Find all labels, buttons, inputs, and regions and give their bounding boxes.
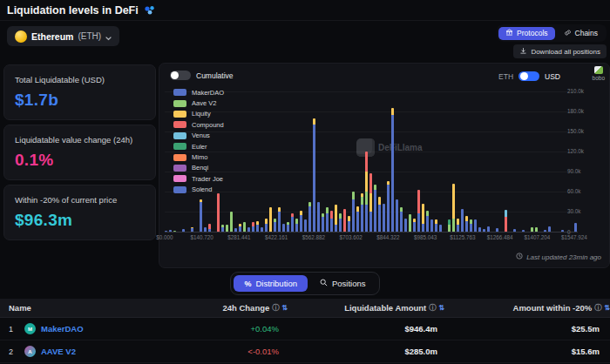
chart-bar[interactable] bbox=[226, 225, 228, 232]
sort-icon[interactable]: ⇅ bbox=[281, 304, 288, 312]
chart-bar[interactable] bbox=[430, 219, 433, 232]
chart-bar[interactable] bbox=[413, 219, 416, 232]
chart-bar[interactable] bbox=[365, 152, 368, 232]
chart-bar[interactable] bbox=[343, 209, 346, 232]
chart-bar[interactable] bbox=[348, 216, 350, 232]
chart-bar[interactable] bbox=[356, 206, 359, 232]
currency-toggle[interactable]: ETH USD bbox=[498, 71, 560, 81]
protocol-link[interactable]: MakerDAO bbox=[41, 324, 84, 334]
legend-item-aave-v2[interactable]: Aave V2 bbox=[173, 98, 224, 108]
info-icon[interactable]: ⓘ bbox=[272, 303, 279, 313]
chart-bar[interactable] bbox=[335, 205, 337, 232]
toggle-switch[interactable] bbox=[170, 71, 191, 80]
chart-bar[interactable] bbox=[439, 225, 442, 232]
y-axis-tick: 60.0k bbox=[567, 188, 599, 194]
chart-bar[interactable] bbox=[230, 212, 233, 232]
bar-segment bbox=[361, 205, 363, 232]
chart-bar[interactable] bbox=[426, 211, 429, 232]
change-value: <-0.01% bbox=[157, 347, 288, 356]
chart-bar[interactable] bbox=[452, 184, 455, 232]
sort-icon[interactable]: ⇅ bbox=[604, 304, 610, 312]
legend-item-venus[interactable]: Venus bbox=[173, 131, 224, 141]
legend-item-trader-joe[interactable]: Trader Joe bbox=[173, 173, 224, 184]
chart-bar[interactable] bbox=[282, 224, 285, 232]
chart-bar[interactable] bbox=[361, 193, 363, 232]
chart-bar[interactable] bbox=[287, 222, 289, 232]
info-icon[interactable]: ⓘ bbox=[429, 303, 436, 313]
chart-bar[interactable] bbox=[291, 213, 294, 232]
legend-item-euler[interactable]: Euler bbox=[173, 141, 224, 152]
col-header-name[interactable]: Name bbox=[0, 303, 157, 313]
chart-plot-area[interactable] bbox=[165, 88, 574, 232]
asset-selector[interactable]: Ethereum (ETH) bbox=[7, 26, 119, 46]
chart-bar[interactable] bbox=[396, 199, 398, 232]
chart-bar[interactable] bbox=[383, 204, 385, 232]
chart-bar[interactable] bbox=[252, 222, 254, 232]
chart-bar[interactable] bbox=[409, 214, 411, 232]
chart-bar[interactable] bbox=[256, 221, 259, 232]
chart-bar[interactable] bbox=[448, 219, 451, 232]
chart-bar[interactable] bbox=[461, 209, 464, 232]
download-all-positions-button[interactable]: Download all positions bbox=[513, 44, 607, 58]
chart-bar[interactable] bbox=[243, 222, 246, 232]
tab-positions[interactable]: Positions bbox=[309, 275, 376, 292]
chart-bar[interactable] bbox=[278, 207, 281, 232]
chart-bar[interactable] bbox=[352, 192, 355, 232]
cumulative-toggle[interactable]: Cumulative bbox=[170, 71, 234, 80]
legend-item-compound[interactable]: Compound bbox=[173, 119, 224, 130]
chart-bar[interactable] bbox=[457, 219, 459, 232]
chains-tab[interactable]: Chains bbox=[557, 27, 605, 40]
currency-switch[interactable] bbox=[518, 71, 539, 81]
chart-bar[interactable] bbox=[274, 219, 276, 232]
table-row[interactable]: 1MMakerDAO+0.04%$946.4m$25.5m bbox=[0, 318, 610, 340]
chart-bar[interactable] bbox=[200, 199, 202, 232]
legend-item-makerdao[interactable]: MakerDAO bbox=[173, 87, 224, 98]
chart-bar[interactable] bbox=[269, 207, 272, 232]
chart-bar[interactable] bbox=[265, 219, 268, 232]
chart-bar[interactable] bbox=[417, 190, 420, 232]
chart-bar[interactable] bbox=[322, 213, 324, 232]
chart-bar[interactable] bbox=[400, 207, 403, 232]
chart-bar[interactable] bbox=[330, 211, 333, 232]
col-header-liquidatable-amount[interactable]: Liquidatable Amount ⓘ ⇅ bbox=[288, 303, 444, 313]
legend-item-benqi[interactable]: Benqi bbox=[173, 163, 224, 173]
chart-bar[interactable] bbox=[391, 108, 394, 232]
chart-bar[interactable] bbox=[369, 173, 372, 233]
chart-bar[interactable] bbox=[404, 219, 407, 232]
chart-bar[interactable] bbox=[217, 193, 220, 233]
protocols-tab[interactable]: Protocols bbox=[498, 27, 554, 40]
chart-bar[interactable] bbox=[374, 185, 376, 232]
chart-bar[interactable] bbox=[422, 204, 424, 232]
chart-bar[interactable] bbox=[465, 216, 468, 232]
chart-bar[interactable] bbox=[387, 181, 390, 232]
chart-bar[interactable] bbox=[378, 197, 381, 232]
legend-item-solend[interactable]: Solend bbox=[173, 185, 224, 195]
legend-item-liquity[interactable]: Liquity bbox=[173, 109, 224, 119]
chart-bar[interactable] bbox=[300, 211, 302, 232]
tab-distribution[interactable]: % Distribution bbox=[234, 275, 308, 292]
protocol-link[interactable]: AAVE V2 bbox=[41, 347, 76, 356]
bar-segment bbox=[365, 172, 368, 192]
chart-bar[interactable] bbox=[208, 224, 211, 232]
bar-segment bbox=[330, 219, 333, 232]
liquidatable-amount: $285.0m bbox=[288, 347, 444, 356]
chart-bar[interactable] bbox=[435, 219, 437, 232]
col-header-amount-within[interactable]: Amount within -20% ⓘ ⇅ bbox=[444, 303, 610, 313]
chart-bar[interactable] bbox=[304, 219, 307, 232]
chart-bar[interactable] bbox=[221, 225, 224, 232]
chart-bar[interactable] bbox=[505, 210, 507, 232]
chart-bar[interactable] bbox=[470, 219, 472, 232]
chart-bar[interactable] bbox=[339, 213, 342, 232]
col-header-24h-change[interactable]: 24h Change ⓘ ⇅ bbox=[157, 303, 288, 313]
chart-bar[interactable] bbox=[474, 219, 477, 232]
chart-bar[interactable] bbox=[239, 224, 241, 232]
table-row[interactable]: 2AAAVE V2<-0.01%$285.0m$15.6m bbox=[0, 340, 610, 363]
info-icon[interactable]: ⓘ bbox=[594, 303, 601, 313]
chart-bar[interactable] bbox=[308, 202, 311, 232]
chart-bar[interactable] bbox=[295, 219, 298, 232]
chart-bar[interactable] bbox=[317, 202, 320, 233]
legend-item-mimo[interactable]: Mimo bbox=[173, 152, 224, 162]
chart-bar[interactable] bbox=[326, 207, 329, 232]
sort-icon[interactable]: ⇅ bbox=[438, 304, 444, 312]
chart-bar[interactable] bbox=[313, 118, 315, 232]
